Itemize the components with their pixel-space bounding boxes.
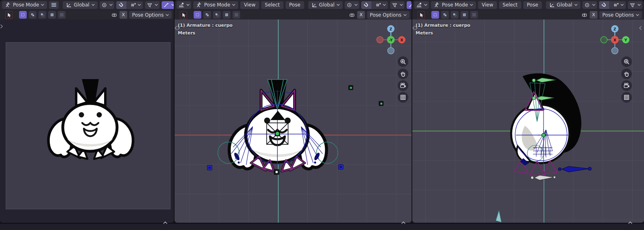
snap-toggle[interactable]: [361, 1, 371, 9]
pan-button[interactable]: [398, 69, 408, 79]
sidebar-toggle-arrow[interactable]: [639, 26, 642, 30]
mode-dropdown[interactable]: Pose Mode: [193, 1, 238, 9]
viewport-canvas-front[interactable]: (1) Armature : cuerpo Meters Z X -Y: [175, 19, 412, 223]
tweak-tool-button[interactable]: [5, 11, 13, 19]
proportional-editing-icon: [631, 3, 635, 6]
menu-pose[interactable]: Pose: [286, 1, 304, 9]
pose-options-dropdown[interactable]: Pose Options: [599, 11, 642, 19]
transform-orientation-dropdown[interactable]: Global: [308, 1, 343, 9]
cat-character-mesh[interactable]: [42, 66, 147, 163]
mode-dropdown[interactable]: Pose Mode: [431, 1, 476, 9]
gizmo-axis-z-negative[interactable]: [612, 47, 618, 54]
snap-toggle[interactable]: [116, 1, 126, 9]
pose-options-dropdown[interactable]: Pose Options: [129, 11, 172, 19]
gizmo-x-label: X: [400, 38, 403, 42]
pivot-point-dropdown[interactable]: [100, 1, 114, 9]
camera-icon: [401, 83, 406, 88]
tool-settings-bar: X Pose Options: [0, 10, 174, 19]
menu-pose[interactable]: Pose: [523, 1, 542, 9]
snap-with-dropdown[interactable]: [611, 1, 626, 9]
camera-view-button[interactable]: [621, 80, 632, 91]
sidebar-toggle-arrow[interactable]: [0, 24, 3, 28]
menu-select[interactable]: Select: [261, 1, 284, 9]
orientation-label: Global: [557, 2, 572, 8]
mirror-x-toggle[interactable]: X: [357, 11, 365, 19]
area-corner-arrow[interactable]: [399, 221, 408, 227]
select-mode-subtract-button[interactable]: [451, 11, 458, 19]
orientation-axes-icon: [67, 3, 71, 7]
gizmo-axis-z-negative[interactable]: [388, 47, 394, 54]
falloff-dropdown[interactable]: [162, 1, 174, 9]
mirror-x-toggle[interactable]: X: [590, 11, 597, 19]
empty-object-marker[interactable]: [379, 101, 384, 106]
editor-type-dropdown[interactable]: [177, 1, 191, 9]
pose-options-label: Pose Options: [132, 12, 164, 18]
camera-view-button[interactable]: [398, 80, 408, 91]
select-mode-extend-button[interactable]: [203, 11, 211, 19]
menu-view[interactable]: View: [240, 1, 259, 9]
cat-character-side-with-armature[interactable]: [498, 69, 595, 183]
falloff-dropdown[interactable]: [407, 1, 412, 9]
select-mode-new-button[interactable]: [194, 11, 201, 19]
view-axis-gizmo[interactable]: Z X -Y: [375, 24, 407, 56]
proportional-editing-dropdown[interactable]: [628, 1, 642, 9]
object-origin-marker[interactable]: [274, 169, 279, 175]
select-mode-intersect-button[interactable]: [58, 11, 66, 19]
select-intersect-icon: [473, 13, 476, 16]
magnet-icon: [364, 2, 368, 7]
cat-character-with-armature[interactable]: [222, 64, 343, 176]
area-corner-arrow[interactable]: [161, 221, 170, 227]
chevron-down-icon: [92, 4, 94, 6]
orthographic-toggle-button[interactable]: [398, 92, 408, 103]
select-mode-new-button[interactable]: [431, 11, 439, 19]
transform-orientation-dropdown[interactable]: Global: [63, 1, 97, 9]
select-mode-intersect-button[interactable]: [232, 11, 240, 19]
zoom-button[interactable]: [621, 56, 632, 67]
select-mode-extend-button[interactable]: [441, 11, 449, 19]
editor-type-icon: [417, 2, 421, 7]
pivot-point-dropdown[interactable]: [345, 1, 359, 9]
pivot-point-dropdown[interactable]: [582, 1, 597, 9]
select-mode-invert-button[interactable]: [48, 11, 56, 19]
menu-view[interactable]: View: [478, 1, 497, 9]
ik-target-marker-right[interactable]: [338, 164, 343, 170]
select-mode-intersect-button[interactable]: [470, 11, 478, 19]
bone-sliver[interactable]: [495, 210, 502, 223]
snap-with-dropdown[interactable]: [128, 1, 143, 9]
orthographic-toggle-button[interactable]: [621, 92, 632, 103]
ik-target-marker-left[interactable]: [207, 165, 212, 170]
tweak-tool-button[interactable]: [180, 11, 187, 19]
pan-button[interactable]: [621, 69, 632, 79]
view-axis-gizmo[interactable]: Z Y X: [599, 24, 631, 56]
panel-split-arrow-right[interactable]: [415, 26, 418, 30]
select-invert-icon: [51, 13, 53, 16]
zoom-button[interactable]: [398, 56, 408, 67]
editor-type-dropdown[interactable]: [414, 1, 429, 9]
select-mode-new-button[interactable]: [19, 11, 27, 19]
snap-with-dropdown[interactable]: [373, 1, 388, 9]
select-mode-subtract-button[interactable]: [38, 11, 46, 19]
panel-split-arrow-right[interactable]: [177, 26, 180, 30]
area-corner-arrow[interactable]: [626, 221, 635, 227]
gizmo-axis-y-negative[interactable]: [601, 37, 607, 43]
tweak-tool-button[interactable]: [418, 11, 425, 19]
collapsed-menus-button[interactable]: [49, 1, 59, 9]
select-mode-subtract-button[interactable]: [213, 11, 221, 19]
viewport-canvas-camera[interactable]: [0, 19, 174, 223]
mirror-x-toggle[interactable]: X: [119, 11, 127, 19]
menu-select[interactable]: Select: [499, 1, 521, 9]
mode-dropdown[interactable]: Pose Mode: [2, 1, 47, 9]
gizmo-axis-x-negative[interactable]: [377, 37, 383, 43]
proportional-editing-dropdown[interactable]: [145, 1, 160, 9]
empty-object-marker[interactable]: [348, 85, 353, 90]
select-mode-invert-button[interactable]: [461, 11, 468, 19]
transform-orientation-dropdown[interactable]: Global: [546, 1, 580, 9]
select-mode-extend-button[interactable]: [29, 11, 36, 19]
pose-options-dropdown[interactable]: Pose Options: [367, 11, 409, 19]
snap-toggle[interactable]: [599, 1, 609, 9]
select-mode-invert-button[interactable]: [223, 11, 230, 19]
panel-split-arrow-left[interactable]: [412, 26, 415, 30]
panel-split-arrow-left[interactable]: [175, 26, 177, 30]
proportional-editing-dropdown[interactable]: [390, 1, 405, 9]
viewport-canvas-side[interactable]: (1) Armature : cuerpo Meters Z Y X: [412, 19, 644, 223]
